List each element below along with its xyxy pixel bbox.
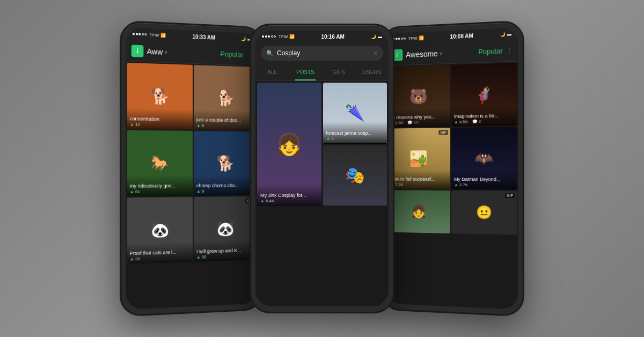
phone-right: TFW 📶 10:08 AM 🌙 ▬ i Awesome ∨ Popular ⋮ (380, 20, 524, 317)
time-left: 10:33 AM (192, 33, 215, 40)
right-grid: 🐻 15 reasons why you... ▲2.9K 💬 15 🦸 (386, 62, 518, 236)
list-item[interactable]: 🐕 chomp chomp cho... ▲9 (194, 131, 257, 196)
list-item[interactable]: 🎭 (323, 145, 387, 207)
post-caption: just a couple of doo... ▲9 (194, 109, 257, 130)
category-title-right[interactable]: Awesome ∨ (406, 49, 443, 58)
app-logo-left: i (131, 45, 144, 57)
menu-icon-right[interactable]: ⋮ (506, 47, 513, 55)
search-icon: 🔍 (266, 50, 274, 57)
chevron-icon-right: ∨ (440, 50, 443, 56)
upvote-icon: ▲ (260, 199, 265, 203)
signal-area-center: TFW 📶 (262, 34, 295, 39)
carrier-left: TFW (150, 32, 159, 38)
votes: ▲30 (130, 255, 190, 261)
post-image: 🎭 (323, 145, 387, 206)
upvote-icon: ▲ (454, 120, 458, 124)
tab-all[interactable]: ALL (255, 64, 289, 80)
post-caption: Proof that cats are l... ▲30 (127, 241, 193, 264)
tab-posts[interactable]: POSTS (289, 64, 322, 80)
battery-area-right: 🌙 ▬ (500, 32, 512, 37)
screen-left: TFW 📶 10:33 AM 🌙 ▬ i Aww ∨ Popular ⋮ (126, 27, 258, 309)
list-item[interactable]: 🐎 my ridiculously goo... ▲61 (127, 130, 193, 196)
upvote-icon: ▲ (326, 136, 331, 141)
screen-center: TFW 📶 10:16 AM 🌙 ▬ 🔍 Cosplay ✕ A (255, 31, 389, 306)
list-item[interactable]: 🐕 just a couple of doo... ▲9 (194, 65, 257, 130)
dot3 (268, 35, 270, 38)
votes: ▲61 (130, 189, 190, 194)
list-item[interactable]: 😐 GIF (451, 191, 517, 235)
list-item[interactable]: 🐕 concentration ▲12 (127, 63, 193, 130)
caption-text: concentration (130, 116, 190, 122)
time-center: 10:16 AM (321, 34, 345, 40)
tab-gifs[interactable]: GIFS (322, 64, 355, 80)
list-item[interactable]: 🏜️ GIF How to fail successf... ▲7.2K (387, 128, 450, 189)
list-item[interactable]: 🦇 My Batman Beyond... ▲2.7K (451, 127, 517, 189)
phone-left: TFW 📶 10:33 AM 🌙 ▬ i Aww ∨ Popular ⋮ (120, 20, 264, 317)
content-left: 🐕 concentration ▲12 🐕 just a couple of d… (126, 62, 258, 265)
moon-icon-right: 🌙 (500, 32, 506, 37)
post-caption: concentration ▲12 (127, 108, 193, 130)
cosplay-grid: 👧 My Jinx Cosplay for... ▲6.4K 🌂 foreca (255, 81, 389, 208)
carrier-center: TFW (279, 34, 288, 39)
votes: ▲4 (326, 136, 384, 141)
list-item[interactable]: 👧 (387, 190, 450, 233)
screen-right: TFW 📶 10:08 AM 🌙 ▬ i Awesome ∨ Popular ⋮ (386, 27, 518, 309)
dot1 (133, 33, 135, 35)
category-name-right: Awesome (406, 49, 437, 58)
post-image: 👧 (387, 190, 450, 233)
votes: ▲2.7K (454, 182, 514, 188)
votes: ▲4.5K 💬 6 (454, 119, 514, 124)
comment-count: 💬 6 (472, 119, 481, 124)
time-right: 10:08 AM (450, 33, 473, 40)
list-item[interactable]: 👧 My Jinx Cosplay for... ▲6.4K (257, 83, 321, 206)
popular-label-left[interactable]: Popular (220, 50, 243, 58)
upvote-icon: ▲ (196, 189, 201, 194)
post-caption: My Batman Beyond... ▲2.7K (451, 170, 517, 190)
battery-icon-center: ▬ (378, 34, 382, 39)
post-caption: I will grow up and K... ▲32 (194, 240, 257, 262)
phone-center: TFW 📶 10:16 AM 🌙 ▬ 🔍 Cosplay ✕ A (250, 24, 394, 313)
wifi-icon-left: 📶 (160, 33, 166, 38)
carrier-right: TFW (408, 35, 418, 41)
signal-area: TFW 📶 (133, 32, 166, 38)
dot1 (262, 35, 264, 38)
caption-text: My Batman Beyond... (454, 177, 514, 182)
content-right: 🐻 15 reasons why you... ▲2.9K 💬 15 🦸 (386, 62, 518, 236)
popular-label-right[interactable]: Popular (478, 47, 503, 56)
caption-text: 15 reasons why you... (390, 114, 448, 120)
post-caption: 15 reasons why you... ▲2.9K 💬 15 (387, 107, 450, 128)
clear-icon[interactable]: ✕ (373, 50, 378, 57)
list-item[interactable]: 🌂 forecast janna cosp... ▲4 (323, 83, 387, 144)
category-title-left[interactable]: Aww ∨ (147, 47, 169, 56)
tab-users[interactable]: USERS (355, 64, 389, 80)
content-center: 👧 My Jinx Cosplay for... ▲6.4K 🌂 foreca (255, 81, 389, 208)
search-header: 🔍 Cosplay ✕ (255, 42, 389, 64)
upvote-icon: ▲ (196, 123, 201, 128)
upvote-icon: ▲ (130, 257, 134, 261)
search-box[interactable]: 🔍 Cosplay ✕ (261, 46, 383, 61)
votes: ▲6.4K (260, 199, 318, 203)
category-name-left: Aww (147, 47, 163, 56)
comment-count: 💬 15 (407, 120, 418, 125)
upvote-icon: ▲ (454, 182, 458, 187)
signal-dots (133, 33, 147, 35)
dot3 (398, 38, 400, 40)
dot5 (144, 33, 147, 35)
search-tabs: ALL POSTS GIFS USERS (255, 64, 389, 81)
dot2 (265, 35, 267, 38)
dot4 (401, 38, 403, 40)
list-item[interactable]: 🐼 Proof that cats are l... ▲30 (127, 197, 193, 264)
caption-text: my ridiculously goo... (130, 183, 190, 189)
caption-text: imagination is a be... (454, 113, 514, 119)
post-caption: How to fail successf... ▲7.2K (387, 170, 450, 189)
list-item[interactable]: 🐼 GIF I will grow up and K... ▲32 (194, 196, 257, 262)
upvote-icon: ▲ (196, 255, 201, 260)
upvote-icon: ▲ (130, 189, 134, 194)
search-query: Cosplay (277, 49, 370, 57)
list-item[interactable]: 🦸 imagination is a be... ▲4.5K 💬 6 (451, 63, 517, 127)
list-item[interactable]: 🐻 15 reasons why you... ▲2.9K 💬 15 (387, 65, 450, 128)
signal-area-right: TFW 📶 (392, 35, 424, 41)
caption-text: My Jinx Cosplay for... (260, 193, 318, 198)
dot2 (136, 33, 138, 35)
dot4 (142, 33, 144, 35)
